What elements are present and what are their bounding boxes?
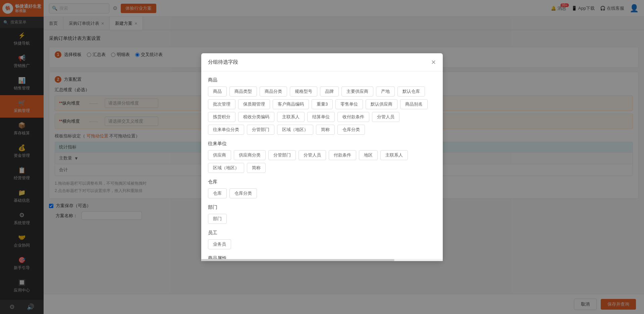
field-tag-0-9[interactable]: 保质期管理 [238, 99, 270, 109]
field-group-员工: 员工业务员 [208, 230, 436, 249]
field-group-部门: 部门部门 [208, 204, 436, 224]
field-tag-1-8[interactable]: 简称 [247, 163, 266, 173]
field-tag-0-6[interactable]: 产地 [376, 86, 395, 97]
field-tag-0-10[interactable]: 客户商品编码 [273, 99, 309, 109]
modal-overlay: 分组待选字段 ✕ 商品商品商品类型商品分类规格型号品牌主要供应商产地默认仓库批次… [0, 0, 644, 314]
modal-title: 分组待选字段 [208, 59, 238, 65]
field-tag-0-0[interactable]: 商品 [208, 86, 227, 97]
field-tag-1-2[interactable]: 分管部门 [268, 150, 296, 160]
field-tag-1-6[interactable]: 主联系人 [380, 150, 408, 160]
field-tag-0-4[interactable]: 品牌 [320, 86, 339, 97]
field-tag-0-25[interactable]: 仓库分类 [337, 125, 365, 135]
field-tag-4-0[interactable]: 业务员 [208, 239, 231, 249]
field-group-title-0: 商品 [208, 77, 436, 83]
field-tag-0-7[interactable]: 默认仓库 [397, 86, 425, 97]
field-tag-0-19[interactable]: 收付款条件 [337, 112, 369, 122]
field-tag-0-2[interactable]: 商品分类 [260, 86, 287, 97]
field-tag-0-21[interactable]: 往来单位分类 [208, 125, 244, 135]
field-tag-0-15[interactable]: 拣货积分 [208, 112, 235, 122]
field-group-title-4: 员工 [208, 230, 436, 236]
modal-scrollbar-thumb[interactable] [201, 259, 394, 261]
field-tags-1: 供应商供应商分类分管部门分管人员付款条件地区主联系人区域（地区）简称 [208, 150, 436, 173]
field-tags-0: 商品商品类型商品分类规格型号品牌主要供应商产地默认仓库批次管理保质期管理客户商品… [208, 86, 436, 135]
field-tag-2-0[interactable]: 仓库 [208, 188, 227, 198]
field-tag-0-1[interactable]: 商品类型 [229, 86, 257, 97]
modal-body: 商品商品商品类型商品分类规格型号品牌主要供应商产地默认仓库批次管理保质期管理客户… [201, 72, 443, 259]
field-group-仓库: 仓库仓库仓库分类 [208, 179, 436, 198]
field-tag-0-11[interactable]: 重量3 [312, 99, 333, 109]
field-tag-1-5[interactable]: 地区 [359, 150, 378, 160]
modal-scrollbar-track [201, 259, 443, 261]
field-tag-0-23[interactable]: 区域（地区） [277, 125, 313, 135]
field-group-往来单位: 往来单位供应商供应商分类分管部门分管人员付款条件地区主联系人区域（地区）简称 [208, 141, 436, 173]
field-tag-1-3[interactable]: 分管人员 [299, 150, 326, 160]
field-tags-2: 仓库仓库分类 [208, 188, 436, 198]
field-group-title-5: 商品属性 [208, 255, 436, 259]
field-tag-0-20[interactable]: 分管人员 [372, 112, 399, 122]
field-tag-1-4[interactable]: 付款条件 [329, 150, 356, 160]
field-tag-0-18[interactable]: 结算单位 [307, 112, 335, 122]
field-tags-4: 业务员 [208, 239, 436, 249]
field-select-modal: 分组待选字段 ✕ 商品商品商品类型商品分类规格型号品牌主要供应商产地默认仓库批次… [201, 53, 443, 261]
field-tag-3-0[interactable]: 部门 [208, 214, 227, 224]
field-group-title-3: 部门 [208, 204, 436, 210]
field-tags-3: 部门 [208, 214, 436, 224]
field-tag-0-8[interactable]: 批次管理 [208, 99, 235, 109]
field-tag-0-5[interactable]: 主要供应商 [341, 86, 373, 97]
field-tag-0-24[interactable]: 简称 [316, 125, 335, 135]
field-tag-1-0[interactable]: 供应商 [208, 150, 231, 160]
field-tag-2-1[interactable]: 仓库分类 [229, 188, 257, 198]
field-tag-1-1[interactable]: 供应商分类 [234, 150, 266, 160]
field-tag-0-17[interactable]: 主联系人 [277, 112, 305, 122]
modal-header: 分组待选字段 ✕ [201, 53, 443, 72]
field-group-商品: 商品商品商品类型商品分类规格型号品牌主要供应商产地默认仓库批次管理保质期管理客户… [208, 77, 436, 135]
field-tag-0-13[interactable]: 默认供应商 [366, 99, 397, 109]
field-tag-0-12[interactable]: 零售单位 [335, 99, 363, 109]
field-group-商品属性: 商品属性属性颜色多规格尺码鞋码1 [208, 255, 436, 259]
field-tag-0-3[interactable]: 规格型号 [290, 86, 317, 97]
field-group-title-2: 仓库 [208, 179, 436, 185]
field-tag-0-22[interactable]: 分管部门 [247, 125, 274, 135]
field-tag-1-7[interactable]: 区域（地区） [208, 163, 244, 173]
field-group-title-1: 往来单位 [208, 141, 436, 147]
field-tag-0-14[interactable]: 商品别名 [400, 99, 428, 109]
modal-close-button[interactable]: ✕ [431, 59, 436, 66]
field-tag-0-16[interactable]: 税收分类编码 [238, 112, 274, 122]
